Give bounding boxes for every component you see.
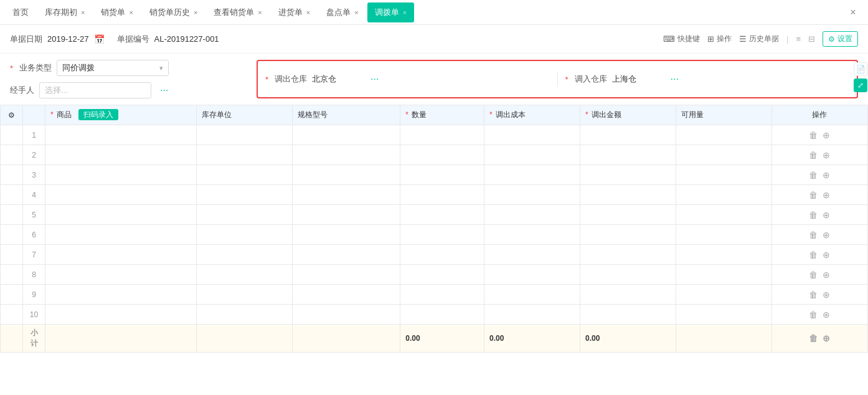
tab-view-sales[interactable]: 查看销货单 × [206,2,269,22]
warehouse-in-more-button[interactable]: ··· [667,74,682,85]
tab-close-icon[interactable]: × [306,9,310,16]
row-product-cell[interactable] [45,285,197,305]
th-gear[interactable]: ⚙ [1,105,23,125]
row-product-cell[interactable] [45,225,197,245]
row-spec-cell [293,305,400,325]
row-cost-cell[interactable] [484,185,580,205]
row-amount-cell[interactable] [580,205,676,225]
tab-close-icon[interactable]: × [258,9,262,16]
row-qty-cell[interactable] [400,225,484,245]
row-product-cell[interactable] [45,265,197,285]
subtotal-actions-cell: 🗑 ⊕ [771,325,867,353]
tab-inventory-check[interactable]: 盘点单 × [319,2,366,22]
calendar-icon[interactable]: 📅 [94,34,105,44]
row-product-cell[interactable] [45,165,197,185]
row-product-cell[interactable] [45,145,197,165]
delete-icon[interactable]: 🗑 [809,230,818,240]
delete-icon[interactable]: 🗑 [809,150,818,160]
delete-icon[interactable]: 🗑 [809,270,818,280]
tab-inventory-init[interactable]: 库存期初 × [37,2,92,22]
history-button[interactable]: ☰ 历史单据 [739,34,779,44]
row-product-cell[interactable] [45,125,197,145]
row-gear-cell [1,265,23,285]
tab-close-icon[interactable]: × [354,9,358,16]
layout2-icon[interactable]: ⊟ [808,34,815,44]
tab-close-icon[interactable]: × [129,9,133,16]
row-amount-cell[interactable] [580,305,676,325]
row-cost-cell[interactable] [484,205,580,225]
handler-more-button[interactable]: ··· [156,85,172,96]
operate-button[interactable]: ⊞ 操作 [707,34,732,44]
business-type-dropdown[interactable]: 同价调拨 ▾ [57,60,169,76]
row-amount-cell[interactable] [580,185,676,205]
row-qty-cell[interactable] [400,265,484,285]
warehouse-out-more-button[interactable]: ··· [367,74,382,85]
copy-icon[interactable]: ⊕ [823,130,830,140]
delete-icon[interactable]: 🗑 [809,333,818,343]
copy-icon[interactable]: ⊕ [823,210,830,220]
row-qty-cell[interactable] [400,285,484,305]
row-amount-cell[interactable] [580,225,676,245]
row-product-cell[interactable] [45,185,197,205]
delete-icon[interactable]: 🗑 [809,190,818,200]
row-qty-cell[interactable] [400,205,484,225]
delete-icon[interactable]: 🗑 [809,210,818,220]
row-cost-cell[interactable] [484,225,580,245]
copy-icon[interactable]: ⊕ [823,310,830,320]
row-product-cell[interactable] [45,305,197,325]
row-cost-cell[interactable] [484,245,580,265]
delete-icon[interactable]: 🗑 [809,310,818,320]
handler-dropdown[interactable]: 选择... [39,82,151,98]
row-actions-cell: 🗑 ⊕ [771,205,867,225]
row-amount-cell[interactable] [580,125,676,145]
row-qty-cell[interactable] [400,125,484,145]
sidebar-doc-button[interactable]: 📄 [854,62,867,76]
row-qty-cell[interactable] [400,145,484,165]
copy-icon[interactable]: ⊕ [823,290,830,300]
gear-icon: ⚙ [8,111,15,120]
row-qty-cell[interactable] [400,245,484,265]
copy-icon[interactable]: ⊕ [823,150,830,160]
copy-icon[interactable]: ⊕ [823,230,830,240]
delete-icon[interactable]: 🗑 [809,290,818,300]
delete-icon[interactable]: 🗑 [809,130,818,140]
row-cost-cell[interactable] [484,285,580,305]
tab-sales-history[interactable]: 销货单历史 × [142,2,205,22]
delete-icon[interactable]: 🗑 [809,170,818,180]
tab-sales-order[interactable]: 销货单 × [93,2,140,22]
row-amount-cell[interactable] [580,245,676,265]
copy-icon[interactable]: ⊕ [823,190,830,200]
row-amount-cell[interactable] [580,165,676,185]
row-qty-cell[interactable] [400,185,484,205]
tab-home[interactable]: 首页 [5,2,36,22]
window-close-button[interactable]: × [843,2,863,22]
copy-icon[interactable]: ⊕ [823,170,830,180]
tab-close-icon[interactable]: × [81,9,85,16]
sidebar-expand-button[interactable]: ⤢ [854,79,867,92]
row-cost-cell[interactable] [484,265,580,285]
row-cost-cell[interactable] [484,305,580,325]
layout1-icon[interactable]: ≡ [796,34,801,44]
shortcut-button[interactable]: ⌨ 快捷键 [663,34,700,44]
row-product-cell[interactable] [45,245,197,265]
copy-icon[interactable]: ⊕ [823,250,830,260]
row-amount-cell[interactable] [580,285,676,305]
row-amount-cell[interactable] [580,145,676,165]
row-cost-cell[interactable] [484,125,580,145]
delete-icon[interactable]: 🗑 [809,250,818,260]
tab-close-icon[interactable]: × [403,9,407,16]
row-product-cell[interactable] [45,205,197,225]
copy-icon[interactable]: ⊕ [823,270,830,280]
tab-purchase[interactable]: 进货单 × [271,2,318,22]
tab-transfer[interactable]: 调拨单 × [367,2,414,22]
table-row: 2 🗑 ⊕ [1,145,868,165]
row-qty-cell[interactable] [400,165,484,185]
row-cost-cell[interactable] [484,165,580,185]
tab-close-icon[interactable]: × [194,9,197,16]
row-qty-cell[interactable] [400,305,484,325]
form-left: * 业务类型 同价调拨 ▾ 经手人 选择... ··· [10,60,247,98]
row-amount-cell[interactable] [580,265,676,285]
row-cost-cell[interactable] [484,145,580,165]
scan-button[interactable]: 扫码录入 [78,109,118,120]
copy-icon[interactable]: ⊕ [823,333,830,343]
